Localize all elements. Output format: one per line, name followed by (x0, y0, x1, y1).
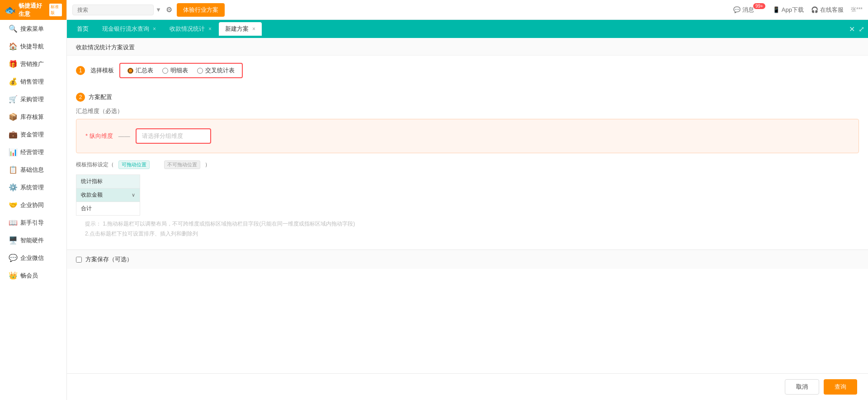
sidebar-logo: 🐟 畅捷通好生意 标准版 (0, 0, 66, 20)
tab-bank-flow-close[interactable]: × (153, 26, 156, 32)
tab-collection-stats-label: 收款情况统计 (170, 25, 205, 33)
step2-badge: 2 (76, 93, 85, 102)
search-dropdown-icon[interactable]: ▼ (156, 6, 161, 13)
radio-cross[interactable]: 交叉统计表 (197, 66, 235, 75)
search-input[interactable] (72, 5, 154, 15)
sidebar-item-label: 经营管理 (20, 148, 44, 156)
stats-cell-total: 合计 (76, 202, 140, 215)
non-draggable-badge: 不可拖动位置 (164, 160, 200, 169)
purchase-icon: 🛒 (9, 95, 17, 104)
radio-summary[interactable]: 汇总表 (127, 66, 153, 75)
indicator-settings-label: 模板指标设定（ 可拖动位置 不可拖动位置 ） (76, 160, 859, 169)
column-dropdown-icon[interactable]: ∨ (132, 192, 135, 198)
sidebar-item-label: 搜索菜单 (20, 25, 44, 33)
inventory-icon: 📦 (9, 113, 17, 121)
tab-minimize-btn[interactable]: ✕ (849, 25, 855, 33)
sidebar-item-smart-hw[interactable]: 🖥️ 智能硬件 (0, 231, 66, 249)
column-header-label: 收款金额 (81, 191, 103, 199)
service-icon: 🎧 (811, 6, 818, 13)
step2-header: 2 方案配置 (76, 93, 859, 102)
template-select-box: 汇总表 明细表 交叉统计表 (119, 63, 243, 78)
tab-home[interactable]: 首页 (71, 22, 95, 36)
gear-icon[interactable]: ⚙ (166, 5, 172, 14)
sidebar-item-enterprise-wechat[interactable]: 💬 企业微信 (0, 249, 66, 267)
marketing-icon: 🎁 (9, 60, 17, 68)
notification-label: 消息 (742, 6, 754, 14)
stats-header: 统计指标 (76, 175, 140, 188)
sidebar-item-label: 采购管理 (20, 95, 44, 104)
logo-badge: 标准版 (49, 4, 62, 16)
notification-badge: 99+ (753, 3, 765, 9)
sidebar-item-inventory[interactable]: 📦 库存核算 (0, 108, 66, 126)
save-plan-checkbox[interactable] (76, 257, 82, 263)
sidebar-item-beginner[interactable]: 📖 新手引导 (0, 214, 66, 231)
sidebar-item-label: 系统管理 (20, 184, 44, 192)
radio-detail[interactable]: 明细表 (162, 66, 188, 75)
sidebar-item-label: 智能硬件 (20, 236, 44, 245)
sidebar-item-member[interactable]: 👑 畅会员 (0, 267, 66, 284)
sidebar-item-enterprise-coop[interactable]: 🤝 企业协同 (0, 196, 66, 214)
radio-detail-label: 明细表 (170, 66, 188, 75)
sidebar-item-label: 企业协同 (20, 201, 44, 209)
radio-summary-label: 汇总表 (136, 66, 153, 75)
sidebar-item-operation[interactable]: 📊 经营管理 (0, 143, 66, 161)
dimension-placeholder: 请选择分组维度 (142, 132, 183, 139)
online-service-label: 在线客服 (820, 6, 844, 14)
sidebar-item-system[interactable]: ⚙️ 系统管理 (0, 179, 66, 196)
radio-summary-input[interactable] (127, 68, 133, 74)
base-info-icon: 📋 (9, 165, 17, 174)
step1-badge: 1 (76, 66, 85, 75)
query-button[interactable]: 查询 (824, 379, 857, 395)
app-download-item[interactable]: 📱 App下载 (773, 6, 804, 14)
step1-row: 1 选择模板 汇总表 明细表 (76, 63, 859, 78)
tab-collection-stats-close[interactable]: × (208, 26, 212, 32)
indicator-settings-separator (154, 161, 160, 169)
sidebar-item-search-menu[interactable]: 🔍 搜索菜单 (0, 20, 66, 38)
sidebar-item-label: 营销推广 (20, 60, 44, 68)
page-footer: 方案保存（可选） (67, 249, 868, 269)
online-service-item[interactable]: 🎧 在线客服 (811, 6, 844, 14)
sidebar: 🐟 畅捷通好生意 标准版 🔍 搜索菜单 🏠 快捷导航 🎁 营销推广 💰 销售管理… (0, 0, 67, 400)
search-menu-icon: 🔍 (9, 24, 17, 33)
save-plan-label: 方案保存（可选） (85, 255, 132, 264)
main-area: ▼ ⚙ 体验行业方案 💬 消息 99+ 📱 App下载 🎧 在线客服 张*** … (67, 0, 868, 400)
industry-btn[interactable]: 体验行业方案 (177, 3, 225, 17)
content-area: 收款情况统计方案设置 1 选择模板 汇总表 (67, 38, 868, 400)
step2-label: 方案配置 (89, 93, 112, 101)
member-icon: 👑 (9, 271, 17, 280)
dimension-title: 汇总维度（必选） (76, 107, 859, 115)
cancel-button[interactable]: 取消 (785, 379, 819, 395)
step1-label: 选择模板 (90, 66, 114, 75)
sidebar-item-quick-nav[interactable]: 🏠 快捷导航 (0, 38, 66, 55)
tab-collection-stats[interactable]: 收款情况统计 × (163, 22, 218, 36)
step2-section: 2 方案配置 汇总维度（必选） * 纵向维度 —— 请选择分组维度 (67, 93, 868, 249)
sidebar-item-sales[interactable]: 💰 销售管理 (0, 73, 66, 90)
column-header[interactable]: 收款金额 ∨ (76, 188, 140, 202)
tab-expand-btn[interactable]: ⤢ (859, 25, 864, 33)
tab-new-plan-label: 新建方案 (225, 25, 249, 33)
sidebar-item-label: 销售管理 (20, 78, 44, 86)
radio-cross-input[interactable] (197, 68, 203, 74)
sidebar-item-finance[interactable]: 💼 资金管理 (0, 126, 66, 143)
sidebar-item-label: 资金管理 (20, 131, 44, 139)
smart-hw-icon: 🖥️ (9, 236, 17, 245)
user-name[interactable]: 张*** (851, 6, 863, 14)
sidebar-item-marketing[interactable]: 🎁 营销推广 (0, 55, 66, 73)
page-header: 收款情况统计方案设置 (67, 38, 868, 56)
radio-detail-input[interactable] (162, 68, 168, 74)
tabbar-right: ✕ ⤢ (849, 25, 864, 33)
search-container: ▼ (72, 5, 161, 15)
dimension-select-box[interactable]: 请选择分组维度 (136, 128, 211, 144)
sidebar-item-purchase[interactable]: 🛒 采购管理 (0, 90, 66, 108)
action-bar: 取消 查询 (67, 373, 868, 400)
tab-bank-flow[interactable]: 现金银行流水查询 × (96, 22, 162, 36)
tab-new-plan-close[interactable]: × (252, 26, 255, 32)
sidebar-item-label: 库存核算 (20, 113, 44, 121)
stats-table-area: 统计指标 收款金额 ∨ 合计 (76, 174, 140, 216)
logo-icon: 🐟 (5, 5, 16, 15)
app-download-label: App下载 (782, 6, 804, 14)
indicator-settings: 模板指标设定（ 可拖动位置 不可拖动位置 ） 统计指标 收款金额 ∨ (76, 160, 859, 216)
tab-new-plan[interactable]: 新建方案 × (219, 22, 262, 36)
notification-item[interactable]: 💬 消息 99+ (733, 6, 765, 14)
sidebar-item-base-info[interactable]: 📋 基础信息 (0, 161, 66, 179)
